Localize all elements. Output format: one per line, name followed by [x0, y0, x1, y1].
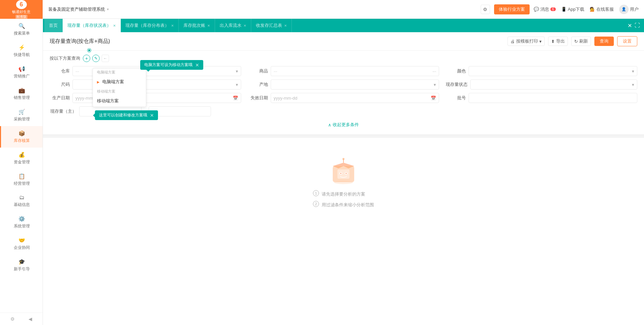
collab-icon: 🤝: [18, 237, 25, 243]
batch-input[interactable]: [469, 93, 637, 103]
empty-state: 1 请先选择要分析的方案 2 用过滤条件来缩小分析范围: [43, 138, 644, 229]
sidebar-item-guide[interactable]: 🎓 新手引导: [0, 255, 43, 276]
system-dropdown-icon[interactable]: ▾: [107, 7, 109, 11]
tab-close-inventory-status[interactable]: ✕: [113, 24, 116, 28]
expiry-date-input[interactable]: yyyy-mm-dd 📅: [271, 93, 439, 103]
prod-date-label: 生产日期: [50, 95, 70, 101]
refresh-btn[interactable]: ↻ 刷新: [571, 37, 591, 46]
tab-inventory-status[interactable]: 现存量（库存状况表） ✕: [63, 19, 121, 32]
svg-point-4: [340, 173, 341, 174]
tab-receive-send[interactable]: 收发存汇总表 ✕: [251, 19, 292, 32]
tab-close-inout-flow[interactable]: ✕: [244, 24, 246, 28]
main-area: 装备及固定资产辅助管理系统 ▾ ⚙ 体验行业方案 💬 消息 6 📱 App下载 …: [43, 0, 644, 325]
content-area: 现存量查询(按仓库+商品) 🖨 按模板打印 ▾ ⬆ 导出 ↻ 刷新 查询 设置: [43, 32, 644, 325]
color-select[interactable]: ▾: [469, 66, 637, 76]
system-icon: ⚙️: [18, 216, 25, 222]
filter-row-product: 商品 ··· ···: [248, 66, 439, 76]
query-btn[interactable]: 查询: [594, 37, 614, 46]
sidebar-item-operations[interactable]: 📋 经营管理: [0, 169, 43, 191]
phone-icon: 📱: [561, 7, 567, 12]
footer-settings-btn[interactable]: ⚙: [10, 316, 15, 322]
close-all-tabs-btn[interactable]: ✕: [628, 22, 632, 29]
settings-gear-icon: ⚙: [483, 7, 487, 12]
sidebar-item-purchase[interactable]: 🛒 采购管理: [0, 105, 43, 126]
chevron-up-icon: ∧: [328, 122, 331, 127]
origin-select[interactable]: ▾: [271, 79, 439, 90]
tab-inout-flow[interactable]: 出入库流水 ✕: [215, 19, 251, 32]
product-select[interactable]: ··· ···: [271, 66, 439, 76]
warehouse-label: 仓库: [50, 68, 70, 74]
sidebar-item-marketing[interactable]: 📢 营销推广: [0, 62, 43, 83]
sidebar-item-basic[interactable]: 🗂 基础信息: [0, 191, 43, 212]
user-action[interactable]: 👤 用户: [619, 5, 639, 14]
tooltip2-close-btn[interactable]: ✕: [150, 113, 154, 118]
stock-status-select[interactable]: ▾: [470, 79, 637, 90]
warehouse-dropdown-icon: ▾: [236, 69, 238, 74]
filter-row-stock-status: 现存量状态 ▾: [446, 79, 637, 90]
refresh-icon: ↻: [574, 39, 578, 44]
collapse-filter-btn[interactable]: ∧ 收起更多条件: [50, 119, 637, 130]
tab-inventory-dist[interactable]: 现存量（库存分布表） ✕: [121, 19, 179, 32]
print-dropdown-icon: ▾: [539, 39, 542, 44]
sidebar-item-inventory[interactable]: 📦 库存核算: [0, 126, 43, 148]
step-2-num: 2: [313, 201, 319, 207]
footer-collapse-btn[interactable]: ◀: [29, 316, 32, 322]
tab-home[interactable]: 首页: [44, 19, 63, 32]
tooltip-pc-to-mobile: 电脑方案可设为移动方案哦 ✕: [140, 60, 203, 70]
size-label: 尺码: [50, 82, 70, 88]
filter-back-btn[interactable]: ←: [102, 55, 109, 62]
stock-status-dropdown-icon: ▾: [632, 82, 634, 87]
search-icon: 🔍: [18, 23, 25, 29]
finance-icon: 💰: [18, 152, 25, 158]
empty-state-icon: [327, 158, 360, 184]
filter-header: 按以下方案查询 + ✎ ←: [50, 55, 637, 62]
sidebar-item-collab[interactable]: 🤝 企业协同: [0, 233, 43, 255]
header-settings-btn[interactable]: ⚙: [481, 5, 490, 14]
inventory-icon: 📦: [18, 130, 25, 137]
filter-add-btn[interactable]: +: [83, 55, 90, 62]
marketing-icon: 📢: [18, 66, 25, 72]
sidebar-item-nav[interactable]: ⚡ 快捷导航: [0, 40, 43, 62]
message-icon: 💬: [534, 7, 539, 12]
fullscreen-btn[interactable]: ⛶: [635, 22, 640, 29]
scheme-list: 电脑端方案 ▶ 电脑端方案 移动端方案 移动端方案: [93, 68, 146, 107]
avatar: 👤: [619, 5, 629, 14]
empty-state-text: 1 请先选择要分析的方案 2 用过滤条件来缩小分析范围: [313, 190, 374, 209]
online-support-action[interactable]: 💁 在线客服: [590, 6, 614, 12]
operations-icon: 📋: [18, 173, 25, 179]
sidebar-item-sales[interactable]: 💼 销售管理: [0, 83, 43, 105]
product-label: 商品: [248, 68, 268, 74]
tooltip1-close-btn[interactable]: ✕: [195, 62, 199, 68]
tab-close-batch-ledger[interactable]: ✕: [207, 24, 210, 28]
support-icon: 💁: [590, 7, 595, 12]
page-actions: 🖨 按模板打印 ▾ ⬆ 导出 ↻ 刷新 查询 设置: [507, 36, 637, 46]
message-action[interactable]: 💬 消息 6: [534, 6, 556, 12]
print-btn[interactable]: 🖨 按模板打印 ▾: [507, 37, 545, 46]
empty-step-2: 2 用过滤条件来缩小分析范围: [313, 201, 374, 209]
user-icon: 👤: [622, 7, 626, 11]
sidebar-logo: 6 畅通好生意 标准版: [0, 0, 43, 19]
experience-btn[interactable]: 体验行业方案: [494, 4, 530, 14]
page-title: 现存量查询(按仓库+商品): [50, 38, 110, 45]
origin-dropdown-icon: ▾: [434, 82, 436, 87]
export-icon: ⬆: [551, 39, 555, 44]
empty-step-1: 1 请先选择要分析的方案: [313, 190, 374, 199]
scheme-item-mobile[interactable]: 移动端方案: [93, 95, 146, 107]
logo-icon: 6: [16, 0, 27, 9]
svg-point-5: [345, 173, 347, 174]
sidebar-item-search[interactable]: 🔍 搜索菜单: [0, 19, 43, 40]
scheme-item-pc[interactable]: ▶ 电脑端方案: [93, 76, 146, 88]
settings-btn[interactable]: 设置: [617, 36, 637, 46]
size-dropdown-icon: ▾: [236, 82, 238, 87]
tab-bar-actions: ✕ ⛶: [628, 22, 643, 29]
app-download-action[interactable]: 📱 App下载: [561, 6, 584, 12]
export-btn[interactable]: ⬆ 导出: [548, 37, 568, 46]
tab-batch-ledger[interactable]: 库存批次账 ✕: [179, 19, 215, 32]
tab-close-receive-send[interactable]: ✕: [284, 24, 287, 28]
filter-edit-btn[interactable]: ✎: [92, 55, 100, 62]
tab-close-inventory-dist[interactable]: ✕: [171, 24, 174, 28]
sidebar-item-finance[interactable]: 💰 资金管理: [0, 148, 43, 169]
sidebar-item-system[interactable]: ⚙️ 系统管理: [0, 212, 43, 233]
batch-label: 批号: [446, 95, 466, 101]
color-label: 颜色: [446, 68, 466, 74]
